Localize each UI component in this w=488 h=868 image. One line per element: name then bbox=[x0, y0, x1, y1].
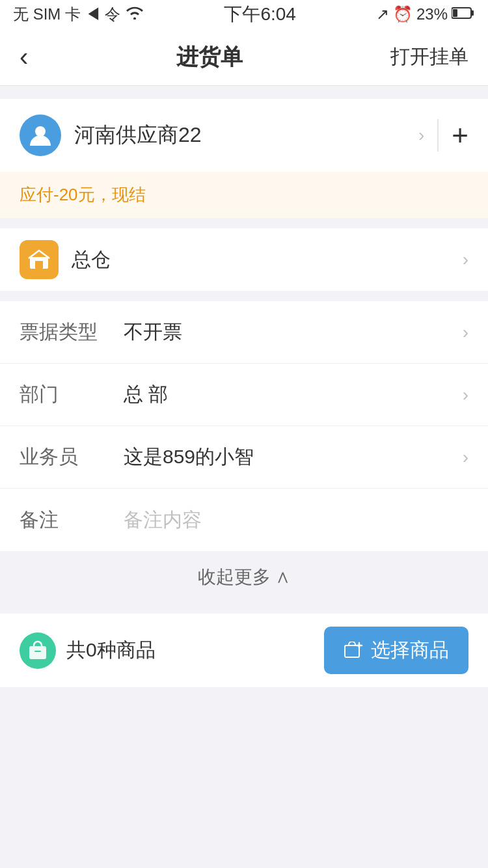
location-icon: ↗ bbox=[376, 5, 389, 23]
add-supplier-button[interactable]: + bbox=[452, 121, 468, 150]
department-row[interactable]: 部门 总 部 › bbox=[0, 364, 488, 426]
section-gap-1 bbox=[0, 86, 488, 99]
ticket-type-label: 票据类型 bbox=[20, 319, 124, 346]
warehouse-chevron-icon: › bbox=[463, 249, 468, 270]
remark-label: 备注 bbox=[20, 507, 124, 534]
warehouse-icon-wrap bbox=[20, 240, 59, 279]
salesperson-row[interactable]: 业务员 这是859的小智 › bbox=[0, 426, 488, 489]
department-label: 部门 bbox=[20, 381, 124, 408]
ticket-type-row[interactable]: 票据类型 不开票 › bbox=[0, 301, 488, 364]
collapse-button[interactable]: 收起更多 ∧ bbox=[0, 551, 488, 603]
battery-icon bbox=[452, 5, 475, 23]
alarm-icon: ⏰ bbox=[393, 5, 413, 23]
warehouse-icon bbox=[27, 248, 51, 271]
department-chevron-icon: › bbox=[463, 385, 468, 405]
supplier-row[interactable]: 河南供应商22 › + bbox=[0, 99, 488, 172]
shopping-bag-icon bbox=[27, 640, 49, 662]
svg-rect-2 bbox=[453, 9, 457, 17]
goods-icon-wrap bbox=[20, 632, 56, 669]
supplier-name: 河南供应商22 bbox=[74, 121, 418, 150]
status-time: 下午6:04 bbox=[224, 2, 296, 27]
avatar bbox=[20, 115, 61, 156]
back-button[interactable]: ‹ bbox=[20, 42, 28, 72]
svg-rect-7 bbox=[345, 645, 359, 657]
section-gap-3 bbox=[0, 291, 488, 301]
department-value: 总 部 bbox=[124, 381, 463, 408]
supplier-chevron-icon: › bbox=[418, 125, 424, 146]
svg-rect-1 bbox=[471, 10, 474, 16]
status-left: 无 SIM 卡 ◀ 令 bbox=[13, 4, 144, 25]
select-goods-icon bbox=[344, 642, 364, 660]
supplier-card: 河南供应商22 › + 应付-20元，现结 bbox=[0, 99, 488, 218]
open-pending-button[interactable]: 打开挂单 bbox=[390, 44, 468, 70]
svg-point-3 bbox=[35, 126, 46, 137]
status-bar: 无 SIM 卡 ◀ 令 下午6:04 ↗ ⏰ 23% bbox=[0, 0, 488, 29]
remaining-background bbox=[0, 687, 488, 868]
section-gap-2 bbox=[0, 218, 488, 228]
form-section: 票据类型 不开票 › 部门 总 部 › 业务员 这是859的小智 › 备注 备注… bbox=[0, 301, 488, 551]
warehouse-name: 总仓 bbox=[72, 247, 463, 273]
bottom-bar: 共0种商品 选择商品 bbox=[0, 614, 488, 687]
section-gap-4 bbox=[0, 603, 488, 614]
goods-count-text: 共0种商品 bbox=[66, 637, 156, 664]
select-goods-label: 选择商品 bbox=[371, 637, 449, 664]
svg-rect-5 bbox=[35, 261, 43, 269]
remark-row[interactable]: 备注 备注内容 bbox=[0, 489, 488, 551]
warehouse-row[interactable]: 总仓 › bbox=[0, 228, 488, 291]
warehouse-card: 总仓 › bbox=[0, 228, 488, 291]
salesperson-label: 业务员 bbox=[20, 444, 124, 470]
svg-rect-6 bbox=[29, 646, 46, 659]
nav-bar: ‹ 进货单 打开挂单 bbox=[0, 29, 488, 86]
select-goods-button[interactable]: 选择商品 bbox=[324, 627, 468, 674]
page-title: 进货单 bbox=[176, 42, 243, 72]
wifi-icon bbox=[126, 5, 144, 23]
battery-label: 23% bbox=[416, 5, 448, 23]
salesperson-chevron-icon: › bbox=[463, 447, 468, 468]
salesperson-value: 这是859的小智 bbox=[124, 444, 463, 470]
notice-banner: 应付-20元，现结 bbox=[0, 172, 488, 218]
sim-label: 无 SIM 卡 ◀ 令 bbox=[13, 4, 120, 25]
ticket-type-value: 不开票 bbox=[124, 319, 463, 346]
status-right: ↗ ⏰ 23% bbox=[376, 5, 475, 23]
goods-count-wrap: 共0种商品 bbox=[20, 632, 156, 669]
remark-value[interactable]: 备注内容 bbox=[124, 507, 468, 534]
collapse-label: 收起更多 ∧ bbox=[198, 565, 291, 590]
vertical-divider bbox=[437, 119, 439, 152]
ticket-type-chevron-icon: › bbox=[463, 322, 468, 343]
